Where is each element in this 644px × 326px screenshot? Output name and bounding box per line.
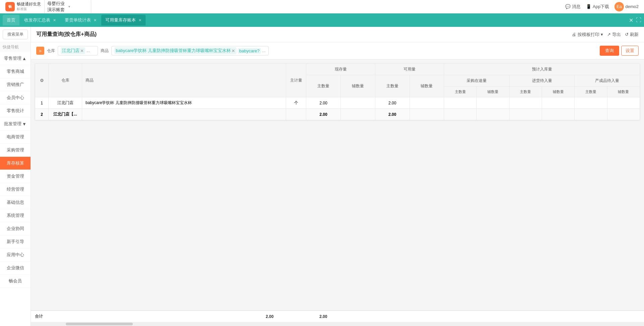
chevron-down-icon-2: ▾ <box>601 32 603 37</box>
warehouse-tag: 江北门店 ✕ <box>61 47 85 54</box>
tab-receive-summary[interactable]: 收发存汇总表 ✕ <box>20 15 60 26</box>
footer-label: 合计 <box>35 314 256 319</box>
warehouse-filter-label: 仓库 <box>47 48 55 54</box>
search-menu-btn[interactable]: 搜索菜单 <box>3 30 28 39</box>
th-production-pending: 产成品待入量 <box>575 75 640 87</box>
query-btn[interactable]: 查询 <box>600 46 619 56</box>
row1-current-main: 2.00 <box>306 97 341 109</box>
sidebar-item-purchase-mgmt[interactable]: 采购管理 <box>0 144 31 157</box>
sidebar-item-wholesale-mgmt[interactable]: 批发管理 ▼ <box>0 118 31 131</box>
product-filter-label: 商品 <box>101 48 109 54</box>
sidebar-item-ecommerce-mgmt[interactable]: 电商管理 <box>0 131 31 144</box>
row2-incoming-aux <box>542 109 575 120</box>
row1-avail-main: 2.00 <box>375 97 410 109</box>
sidebar-item-new-guide[interactable]: 新手引导 <box>0 235 31 248</box>
app-download-btn[interactable]: 📱 App下载 <box>586 4 609 10</box>
sidebar-item-system-mgmt[interactable]: 系统管理 <box>0 209 31 222</box>
row2-current-main: 2.00 <box>306 109 341 120</box>
msg-btn[interactable]: 💬 消息 <box>565 4 581 10</box>
chevron-icon: ▲ <box>22 56 26 61</box>
logo-text: 畅捷通好生意 <box>17 2 41 7</box>
tab-order-stats[interactable]: 要货单统计表 ✕ <box>61 15 101 26</box>
product-filter-group[interactable]: babycare学饮杯 儿童防摔防撞吸管杯重力球吸嘴杯宝宝水杯 ✕ babyca… <box>111 46 269 55</box>
tab-order-stats-close[interactable]: ✕ <box>94 18 97 22</box>
tab-receive-summary-label: 收发存汇总表 <box>24 17 50 23</box>
th-forecast-in: 预计入库量 <box>444 64 640 75</box>
tab-available-stock-close[interactable]: ✕ <box>139 18 142 22</box>
sidebar-item-vip-member[interactable]: 畅会员 <box>0 275 31 288</box>
main-layout: 搜索菜单 快捷导航 零售管理 ▲ 零售商城 营销推广 会员中心 零售统计 批发管… <box>0 27 644 326</box>
footer-avail-main: 2.00 <box>310 314 337 319</box>
sidebar-item-member-center[interactable]: 会员中心 <box>0 91 31 104</box>
content-area: 可用量查询(按仓库+商品) 🖨 按模板打印 ▾ ↗ 导出 ↺ 刷新 <box>31 27 644 326</box>
product-tag-1-remove[interactable]: ✕ <box>231 48 235 53</box>
row2-unit <box>286 109 306 120</box>
footer-current-main: 2.00 <box>256 314 283 319</box>
sidebar-system-label: 系统管理 <box>7 213 24 219</box>
data-table: ⚙ 仓库 商品 主计量 现存量 可用量 预计入库量 主数量 辅数量 主数量 辅数… <box>35 63 640 120</box>
row2-incoming-main <box>509 109 542 120</box>
sidebar-item-retail-mgmt[interactable]: 零售管理 ▲ <box>0 52 31 65</box>
export-icon: ↗ <box>607 32 611 37</box>
sidebar-item-inventory-check[interactable]: 库存核算 <box>0 157 31 170</box>
row2-production-aux <box>607 109 640 120</box>
tab-close-all-btn[interactable]: ✕ <box>629 17 633 24</box>
th-purchase-transit: 采购在途量 <box>444 75 509 87</box>
sidebar-item-retail-mall[interactable]: 零售商城 <box>0 65 31 78</box>
row2-avail-aux <box>410 109 444 120</box>
sidebar-item-enterprise-wechat[interactable]: 企业微信 <box>0 262 31 275</box>
chevron-icon-2: ▼ <box>22 122 26 127</box>
sidebar-item-basic-info[interactable]: 基础信息 <box>0 196 31 209</box>
row2-purchase-transit-main <box>444 109 477 120</box>
sidebar-item-business-mgmt[interactable]: 经营管理 <box>0 183 31 196</box>
msg-icon: 💬 <box>565 4 571 9</box>
org-selector[interactable]: 母婴行业演示账套 ▾ <box>44 0 91 14</box>
sidebar-member-center-label: 会员中心 <box>7 95 24 101</box>
settings-btn[interactable]: 设置 <box>621 46 639 56</box>
tab-available-stock[interactable]: 可用量库存账本 ✕ <box>101 15 146 26</box>
row1-production-aux <box>607 97 640 109</box>
logo-sub: 标准版 <box>17 7 41 11</box>
tab-home[interactable]: 首页 <box>3 15 19 26</box>
product-more-btn[interactable]: ... <box>262 48 266 53</box>
sidebar-item-retail-stats[interactable]: 零售统计 <box>0 104 31 118</box>
row1-purchase-transit-aux <box>477 97 509 109</box>
sidebar-item-finance-mgmt[interactable]: 资金管理 <box>0 170 31 183</box>
sidebar-item-enterprise-collab[interactable]: 企业协同 <box>0 222 31 235</box>
warehouse-filter-group[interactable]: 江北门店 ✕ ... <box>58 46 98 55</box>
sidebar-vip-member-label: 畅会员 <box>9 278 22 284</box>
sidebar-business-label: 经营管理 <box>7 186 24 192</box>
tab-order-stats-label: 要货单统计表 <box>65 17 91 23</box>
row1-production-main <box>575 97 607 109</box>
page-title-row: 可用量查询(按仓库+商品) 🖨 按模板打印 ▾ ↗ 导出 ↺ 刷新 <box>36 31 639 38</box>
th-warehouse: 仓库 <box>49 64 82 97</box>
th-incoming: 进货待入量 <box>509 75 575 87</box>
sidebar-retail-mall-label: 零售商城 <box>7 68 24 75</box>
warehouse-more-btn[interactable]: ... <box>87 48 90 53</box>
tab-fullscreen-btn[interactable]: ⛶ <box>636 17 641 23</box>
th-incoming-main: 主数量 <box>509 87 542 97</box>
sidebar-enterprise-collab-label: 企业协同 <box>7 226 24 232</box>
refresh-btn[interactable]: ↺ 刷新 <box>625 32 639 38</box>
page-header: 可用量查询(按仓库+商品) 🖨 按模板打印 ▾ ↗ 导出 ↺ 刷新 <box>31 27 644 42</box>
row2-avail-main: 2.00 <box>375 109 410 120</box>
export-btn[interactable]: ↗ 导出 <box>607 32 621 38</box>
row2-warehouse: 江北门店【... <box>49 109 82 120</box>
th-production-aux: 辅数量 <box>607 87 640 97</box>
expand-filter-btn[interactable]: » <box>36 47 44 55</box>
tab-receive-summary-close[interactable]: ✕ <box>53 18 56 22</box>
top-bar-right: 💬 消息 📱 App下载 Ea demo2 <box>565 2 639 11</box>
warehouse-tag-remove[interactable]: ✕ <box>80 48 84 53</box>
tab-home-label: 首页 <box>7 17 15 23</box>
print-icon: 🖨 <box>572 32 576 37</box>
horizontal-scrollbar[interactable] <box>66 323 133 325</box>
product-tag-2: babycare? <box>238 48 261 54</box>
row1-seq: 1 <box>35 97 49 109</box>
phone-icon: 📱 <box>586 4 591 9</box>
template-print-btn[interactable]: 🖨 按模板打印 ▾ <box>572 32 603 38</box>
settings-gear-icon[interactable]: ⚙ <box>40 78 44 83</box>
sidebar-nav-label: 快捷导航 <box>0 42 31 52</box>
sidebar-item-marketing[interactable]: 营销推广 <box>0 78 31 91</box>
sidebar-item-app-center[interactable]: 应用中心 <box>0 248 31 262</box>
user-area[interactable]: Ea demo2 <box>614 2 639 11</box>
